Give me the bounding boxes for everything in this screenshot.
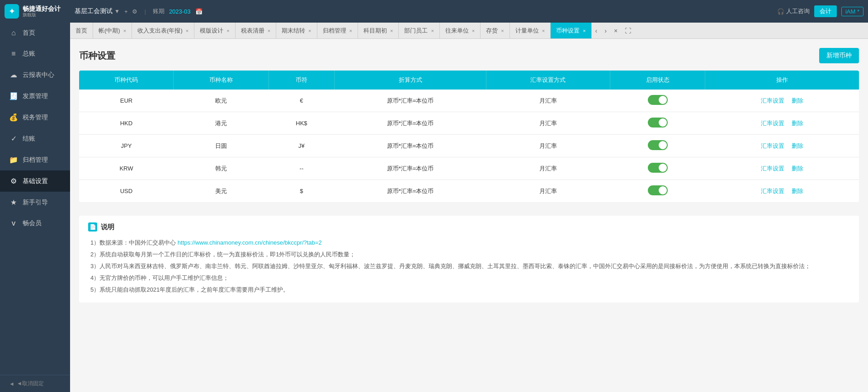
tab-inventory[interactable]: 存货 ×	[481, 23, 509, 39]
tab-unit[interactable]: 计量单位 ×	[510, 23, 551, 39]
tab-close-unit[interactable]: ×	[542, 28, 545, 33]
tab-label-template: 模版设计	[200, 27, 223, 35]
header-right: 🎧 人工咨询 会计 iAM *	[777, 5, 863, 17]
tab-close-period-end[interactable]: ×	[308, 28, 311, 33]
cell-status-4[interactable]	[610, 180, 705, 203]
pin-icon: ◄	[9, 381, 14, 387]
toggle-switch-3[interactable]	[648, 163, 668, 173]
rate-setting-link-4[interactable]: 汇率设置	[761, 188, 784, 194]
toggle-switch-4[interactable]	[648, 185, 668, 195]
account-button[interactable]: 会计	[814, 5, 837, 17]
sidebar-item-reports[interactable]: ☁ 云报表中心	[0, 64, 70, 85]
tab-close-currency[interactable]: ×	[583, 28, 585, 33]
col-action: 操作	[705, 71, 859, 90]
tab-close-dept[interactable]: ×	[431, 28, 434, 33]
notes-title: 📄 说明	[88, 222, 850, 231]
currency-table: 币种代码 币种名称 币符 折算方式 汇率设置方式 启用状态 操作 EUR 欧元 …	[79, 71, 859, 202]
sidebar-item-home[interactable]: ⌂ 首页	[0, 23, 70, 43]
sidebar-item-archive[interactable]: 📁 归档管理	[0, 149, 70, 170]
company-dropdown-icon[interactable]: ▼	[114, 8, 120, 14]
tab-close-inventory[interactable]: ×	[501, 28, 504, 33]
tab-dept[interactable]: 部门员工 ×	[399, 23, 439, 39]
company-name: 基层工会测试 ▼	[75, 7, 120, 15]
sidebar: ⌂ 首页 ≡ 总账 ☁ 云报表中心 🧾 发票管理 💰 税务管理 ✓ 结账 📁 归…	[0, 23, 70, 392]
tab-next-btn[interactable]: ›	[601, 23, 610, 39]
sidebar-item-guide[interactable]: ★ 新手引导	[0, 192, 70, 213]
sidebar-item-ledger[interactable]: ≡ 总账	[0, 43, 70, 64]
headset-icon: 🎧	[777, 8, 784, 15]
cell-code-1: HKD	[79, 112, 174, 135]
tab-close-mid[interactable]: ×	[123, 28, 126, 33]
calendar-icon[interactable]: 📅	[195, 8, 203, 15]
tab-income[interactable]: 收入支出表(年报) ×	[132, 23, 194, 39]
tab-close-partner[interactable]: ×	[472, 28, 475, 33]
notes-link[interactable]: https://www.chinamoney.com.cn/chinese/bk…	[178, 239, 322, 246]
sidebar-label-member: 畅会员	[23, 219, 42, 227]
tab-currency[interactable]: 币种设置 ×	[551, 23, 591, 39]
notes-item-3: 4）无官方牌价的币种，可以用户手工维护汇率信息；	[88, 272, 850, 284]
cell-action-4: 汇率设置 删除	[705, 180, 859, 203]
cell-status-1[interactable]	[610, 112, 705, 135]
tab-template[interactable]: 模版设计 ×	[194, 23, 235, 39]
delete-link-4[interactable]: 删除	[792, 188, 803, 194]
toggle-switch-2[interactable]	[648, 140, 668, 150]
member-icon: V	[9, 220, 18, 227]
delete-link-2[interactable]: 删除	[792, 142, 803, 149]
cell-action-1: 汇率设置 删除	[705, 112, 859, 135]
notes-item-4: 5）系统只能自动抓取2021年度后的汇率，之前年度汇率需要用户手工维护。	[88, 284, 850, 296]
sidebar-item-tax[interactable]: 💰 税务管理	[0, 107, 70, 128]
tab-archive[interactable]: 归档管理 ×	[317, 23, 358, 39]
cell-status-2[interactable]	[610, 135, 705, 157]
help-button[interactable]: 🎧 人工咨询	[777, 7, 810, 15]
home-icon: ⌂	[9, 29, 18, 37]
cell-status-3[interactable]	[610, 157, 705, 180]
tab-expand-btn[interactable]: ⛶	[621, 23, 635, 39]
col-rate-type: 汇率设置方式	[486, 71, 610, 90]
tab-label-dept: 部门员工	[404, 27, 428, 35]
toggle-switch-1[interactable]	[648, 118, 668, 128]
delete-link-1[interactable]: 删除	[792, 120, 803, 127]
toggle-switch-0[interactable]	[648, 95, 668, 105]
tab-partner[interactable]: 往来单位 ×	[440, 23, 481, 39]
sidebar-item-checkout[interactable]: ✓ 结账	[0, 128, 70, 149]
tab-close-account-init[interactable]: ×	[390, 28, 393, 33]
tab-close-archive[interactable]: ×	[349, 28, 352, 33]
sidebar-pin-toggle[interactable]: ◄ ◄取消固定	[0, 375, 70, 392]
tax-icon: 💰	[9, 113, 18, 122]
table-row: HKD 港元 HK$ 原币*汇率=本位币 月汇率 汇率设置 删除	[79, 112, 859, 135]
delete-link-0[interactable]: 删除	[792, 97, 803, 104]
sidebar-item-member[interactable]: V 畅会员	[0, 213, 70, 234]
tab-prev-btn[interactable]: ‹	[592, 23, 601, 39]
rate-setting-link-2[interactable]: 汇率设置	[761, 142, 784, 149]
notes-list: 1）数据来源：中国外汇交易中心 https://www.chinamoney.c…	[88, 237, 850, 296]
tab-home[interactable]: 首页	[70, 23, 93, 39]
main-area: 首页 帐(中期) × 收入支出表(年报) × 模版设计 × 税表清册 × 期末结…	[70, 23, 868, 392]
tab-account-init[interactable]: 科目期初 ×	[358, 23, 399, 39]
rate-setting-link-3[interactable]: 汇率设置	[761, 165, 784, 172]
col-symbol: 币符	[269, 71, 335, 90]
new-currency-button[interactable]: 新增币种	[819, 48, 859, 63]
rate-setting-link-1[interactable]: 汇率设置	[761, 120, 784, 127]
sidebar-label-home: 首页	[23, 29, 35, 37]
tab-mid[interactable]: 帐(中期) ×	[93, 23, 132, 39]
cell-method-1: 原币*汇率=本位币	[335, 112, 486, 135]
rate-setting-link-0[interactable]: 汇率设置	[761, 97, 784, 104]
tab-tax-clear[interactable]: 税表清册 ×	[236, 23, 276, 39]
tab-close-template[interactable]: ×	[226, 28, 229, 33]
tab-label-archive: 归档管理	[323, 27, 346, 35]
sidebar-item-basic[interactable]: ⚙ 基础设置	[0, 170, 70, 192]
logo-sub: 旗舰版	[23, 12, 61, 18]
add-company-icon[interactable]: +	[124, 8, 128, 15]
cell-status-0[interactable]	[610, 90, 705, 112]
header-center: 基层工会测试 ▼ + ⚙ | 账期 2023-03 📅	[75, 7, 777, 15]
delete-link-3[interactable]: 删除	[792, 165, 803, 172]
tab-period-end[interactable]: 期末结转 ×	[276, 23, 317, 39]
tab-close-tax-clear[interactable]: ×	[268, 28, 270, 33]
cell-code-0: EUR	[79, 90, 174, 112]
sidebar-item-invoice[interactable]: 🧾 发票管理	[0, 85, 70, 107]
tab-close-all-btn[interactable]: ×	[610, 23, 621, 39]
iam-badge[interactable]: iAM *	[841, 7, 863, 16]
settings-icon[interactable]: ⚙	[132, 8, 137, 15]
tab-label-period-end: 期末结转	[282, 27, 305, 35]
tab-close-income[interactable]: ×	[186, 28, 189, 33]
